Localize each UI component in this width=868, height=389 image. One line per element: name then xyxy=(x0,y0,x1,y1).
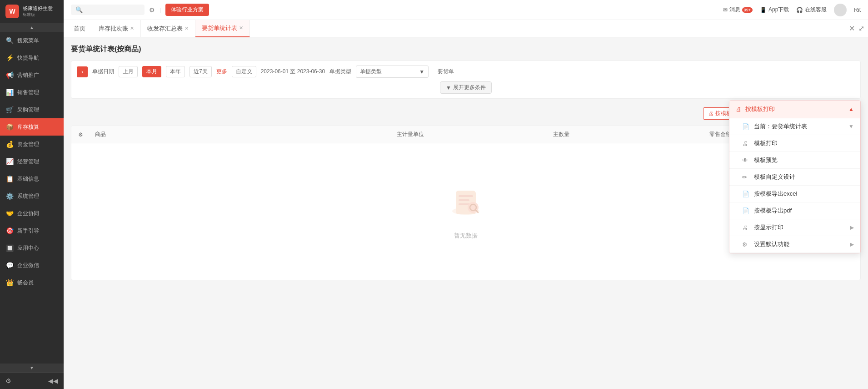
current-template-icon: 📄 xyxy=(742,123,749,130)
sidebar-item-inventory[interactable]: 📦 库存核算 xyxy=(0,118,64,136)
sidebar-item-member[interactable]: 👑 畅会员 xyxy=(0,274,64,291)
audio-footer-icon[interactable]: ◀◀ xyxy=(48,377,58,384)
topbar-search-box[interactable]: 🔍 xyxy=(71,5,145,15)
dropdown-item-export-excel[interactable]: 📄 按模板导出excel xyxy=(729,186,860,202)
tab-close-inventory-batch[interactable]: ✕ xyxy=(130,25,134,31)
date-btn-last-month[interactable]: 上月 xyxy=(119,66,138,77)
topbar-app-download[interactable]: 📱 App下载 xyxy=(760,6,789,14)
user-avatar[interactable] xyxy=(834,4,847,16)
sidebar-item-quick-nav[interactable]: ⚡ 快捷导航 xyxy=(0,49,64,66)
topbar-online-service[interactable]: 🎧 在线客服 xyxy=(796,6,827,14)
dropdown-item-template-preview[interactable]: 👁 模板预览 xyxy=(729,152,860,169)
table-header-checkbox[interactable]: ⚙ xyxy=(71,131,90,138)
settings-footer-icon[interactable]: ⚙ xyxy=(5,377,11,384)
topbar-messages[interactable]: ✉ 消息 99+ xyxy=(723,6,753,14)
filter-expand-icon[interactable]: › xyxy=(77,66,88,77)
date-more-btn[interactable]: 更多 xyxy=(216,68,227,76)
tab-collection-summary[interactable]: 收发存汇总表 ✕ xyxy=(141,20,195,37)
logo-icon: W xyxy=(5,5,19,18)
table-header-unit: 主计量单位 xyxy=(391,131,548,138)
export-pdf-icon: 📄 xyxy=(742,207,749,214)
empty-text: 暂无数据 xyxy=(454,232,478,240)
message-icon: ✉ xyxy=(723,7,728,13)
dropdown-section-default-func[interactable]: ⚙ 设置默认功能 ▶ xyxy=(729,236,860,253)
tab-close-all-btn[interactable]: ✕ xyxy=(849,24,855,33)
sidebar-item-label: 新手引导 xyxy=(17,227,39,235)
sidebar-item-wechat[interactable]: 💬 企业微信 xyxy=(0,257,64,274)
main-content: 🔍 ⚙ | 体验行业方案 ✉ 消息 99+ 📱 App下载 🎧 在线客服 Rit xyxy=(64,0,868,389)
tab-inventory-batch[interactable]: 库存批次账 ✕ xyxy=(92,20,141,37)
gear-icon: ⚙️ xyxy=(5,192,14,200)
app-logo: W 畅康通好生意 标准版 xyxy=(0,0,64,23)
sidebar-item-label: 搜索菜单 xyxy=(17,37,39,45)
topbar: 🔍 ⚙ | 体验行业方案 ✉ 消息 99+ 📱 App下载 🎧 在线客服 Rit xyxy=(64,0,868,20)
date-btn-custom[interactable]: 自定义 xyxy=(232,66,256,77)
tab-actions: ✕ ⤢ xyxy=(849,24,864,33)
table-header-goods: 商品 xyxy=(90,131,391,138)
dropdown-item-export-pdf[interactable]: 📄 按模板导出pdf xyxy=(729,202,860,219)
sidebar-footer: ⚙ ◀◀ xyxy=(0,372,64,389)
svg-rect-2 xyxy=(459,195,473,197)
topbar-gear-icon[interactable]: ⚙ xyxy=(149,6,155,14)
page-title: 要货单统计表(按商品) xyxy=(71,45,861,54)
topbar-search-icon: 🔍 xyxy=(75,6,83,13)
date-btn-this-month[interactable]: 本月 xyxy=(142,66,161,77)
print-dropdown-menu: 🖨 按模板打印 ▲ 📄 当前：要货单统计表 ▼ 🖨 模板打印 👁 模板预览 xyxy=(729,100,861,253)
tab-home[interactable]: 首页 xyxy=(67,20,92,37)
filter-row-1: › 单据日期 上月 本月 本年 近7天 更多 自定义 2023-06-01 至 … xyxy=(77,66,855,78)
sidebar-item-search[interactable]: 🔍 搜索菜单 xyxy=(0,32,64,49)
target-icon: 🎯 xyxy=(5,227,14,235)
sidebar-scroll-down[interactable]: ▼ xyxy=(0,364,64,372)
sidebar-item-enterprise[interactable]: 🤝 企业协同 xyxy=(0,205,64,222)
dropdown-header[interactable]: 🖨 按模板打印 ▲ xyxy=(729,101,860,118)
sidebar-item-basic[interactable]: 📋 基础信息 xyxy=(0,170,64,187)
tab-order-stats[interactable]: 要货单统计表 ✕ xyxy=(195,20,250,37)
sidebar-item-label: 经营管理 xyxy=(17,158,39,166)
experience-btn[interactable]: 体验行业方案 xyxy=(165,4,209,16)
tab-close-order-stats[interactable]: ✕ xyxy=(239,25,243,31)
box-icon: 📦 xyxy=(5,123,14,131)
crown-icon: 👑 xyxy=(5,278,14,287)
sidebar-item-label: 系统管理 xyxy=(17,192,39,200)
empty-illustration xyxy=(448,184,484,227)
sidebar-item-finance[interactable]: 💰 资金管理 xyxy=(0,136,64,153)
export-excel-icon: 📄 xyxy=(742,191,749,197)
sidebar-item-system[interactable]: ⚙️ 系统管理 xyxy=(0,187,64,205)
sidebar-item-marketing[interactable]: 📢 营销推广 xyxy=(0,66,64,84)
sidebar-scroll-up[interactable]: ▲ xyxy=(0,23,64,32)
phone-icon: 📱 xyxy=(760,7,767,13)
tab-bar: 首页 库存批次账 ✕ 收发存汇总表 ✕ 要货单统计表 ✕ ✕ ⤢ xyxy=(64,20,868,37)
date-btn-7days[interactable]: 近7天 xyxy=(190,66,212,77)
sidebar-item-app-center[interactable]: 🔲 应用中心 xyxy=(0,239,64,257)
money-icon: 💰 xyxy=(5,140,14,148)
type-select[interactable]: 单据类型 ▼ xyxy=(356,66,429,78)
megaphone-icon: 📢 xyxy=(5,71,14,79)
tab-expand-btn[interactable]: ⤢ xyxy=(858,24,864,33)
tab-close-collection-summary[interactable]: ✕ xyxy=(185,25,189,31)
trend-icon: 📈 xyxy=(5,157,14,166)
dropdown-item-template-custom[interactable]: ✏ 模板自定义设计 xyxy=(729,169,860,186)
dropdown-close-icon[interactable]: ▲ xyxy=(848,106,854,112)
sidebar-item-operation[interactable]: 📈 经营管理 xyxy=(0,153,64,170)
default-func-arrow: ▶ xyxy=(850,241,854,248)
chevron-down-icon: ▼ xyxy=(419,69,424,75)
sidebar-item-label: 快捷导航 xyxy=(17,54,39,62)
template-preview-icon: 👁 xyxy=(742,157,749,164)
topbar-search-input[interactable] xyxy=(85,7,140,13)
sidebar-nav: 🔍 搜索菜单 ⚡ 快捷导航 📢 营销推广 📊 销售管理 🛒 采购管理 📦 库存核… xyxy=(0,32,64,364)
default-func-icon: ⚙ xyxy=(742,241,749,248)
sidebar-item-label: 资金管理 xyxy=(17,141,39,148)
dropdown-current-template[interactable]: 📄 当前：要货单统计表 ▼ xyxy=(729,118,860,135)
dropdown-section-display-print[interactable]: 🖨 按显示打印 ▶ xyxy=(729,219,860,236)
sidebar-item-label: 库存核算 xyxy=(17,123,39,131)
date-btn-this-year[interactable]: 本年 xyxy=(166,66,185,77)
template-custom-icon: ✏ xyxy=(742,174,749,181)
sidebar-item-purchase[interactable]: 🛒 采购管理 xyxy=(0,101,64,118)
headset-icon: 🎧 xyxy=(796,7,803,13)
expand-more-btn[interactable]: ▼ 展开更多条件 xyxy=(440,81,492,94)
chart-icon: 📊 xyxy=(5,88,14,96)
dropdown-item-template-print[interactable]: 🖨 模板打印 xyxy=(729,135,860,152)
sidebar-item-sales[interactable]: 📊 销售管理 xyxy=(0,84,64,101)
app-name: 畅康通好生意 xyxy=(23,5,53,11)
sidebar-item-guide[interactable]: 🎯 新手引导 xyxy=(0,222,64,239)
